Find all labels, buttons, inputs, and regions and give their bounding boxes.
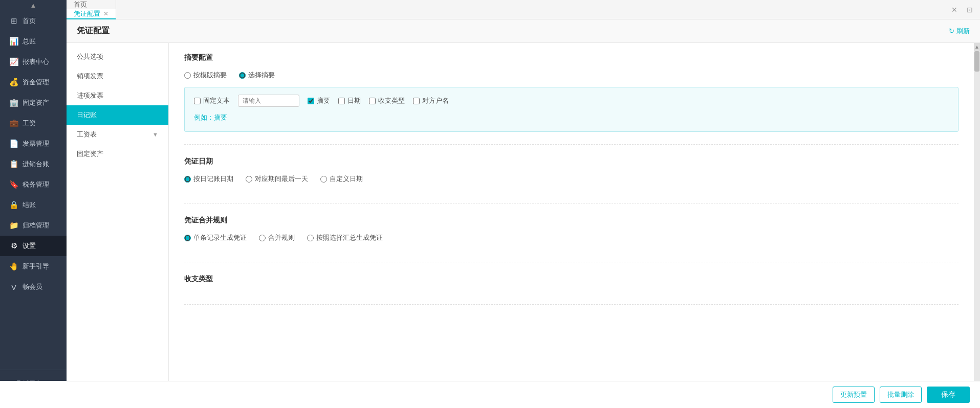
merge-opt-rule[interactable]: 合并规则 [259, 233, 295, 242]
tab-actions: ✕ ⊡ [948, 4, 980, 16]
left-nav-sales-invoice[interactable]: 销项发票 [67, 66, 168, 86]
date-opt-custom[interactable]: 自定义日期 [320, 174, 363, 184]
update-preset-button[interactable]: 更新预置 [833, 387, 875, 403]
sidebar-item-payroll[interactable]: 💼工资 [0, 113, 67, 133]
summary-mode-select[interactable]: 选择摘要 [239, 71, 275, 80]
sidebar-label-assets: 固定资产 [23, 98, 49, 107]
sidebar: ▲ ⊞首页📊总账📈报表中心💰资金管理🏢固定资产💼工资📄发票管理📋进销台账🔖税务管… [0, 0, 67, 408]
refresh-icon: ↻ [949, 27, 954, 35]
date-opt-period-last-label: 对应期间最后一天 [255, 174, 308, 184]
left-nav-journal[interactable]: 日记账 [67, 105, 168, 125]
right-content: 摘要配置 按模版摘要 选择摘要 固定文本 [169, 43, 974, 408]
merge-opt-rule-label: 合并规则 [268, 233, 295, 242]
left-nav-label-fixed-assets: 固定资产 [77, 149, 103, 158]
date-opt-journal[interactable]: 按日记账日期 [184, 174, 233, 184]
tab-label-voucher-config: 凭证配置 [74, 9, 100, 18]
vip-icon: V [9, 283, 18, 291]
sidebar-label-payroll: 工资 [23, 119, 36, 128]
left-nav-arrow-payroll-table: ▼ [153, 131, 158, 138]
page-title: 凭证配置 [77, 26, 110, 36]
section-summary-title: 摘要配置 [184, 53, 959, 62]
bottom-action-bar: 更新预置 批量删除 保存 [67, 381, 980, 408]
cb-fixed-text-label: 固定文本 [203, 96, 230, 105]
left-nav-payroll-table[interactable]: 工资表▼ [67, 125, 168, 144]
sidebar-item-reports[interactable]: 📈报表中心 [0, 52, 67, 72]
page-header: 凭证配置 ↻ 刷新 [67, 19, 980, 43]
sidebar-item-funds[interactable]: 💰资金管理 [0, 72, 67, 93]
invoice-mgmt-icon: 📄 [9, 139, 18, 148]
merge-opt-select[interactable]: 按照选择汇总生成凭证 [307, 233, 383, 242]
purchase-sales-icon: 📋 [9, 160, 18, 169]
left-nav-label-payroll-table: 工资表 [77, 130, 97, 139]
section-merge-title: 凭证合并规则 [184, 216, 959, 225]
merge-opt-select-label: 按照选择汇总生成凭证 [316, 233, 383, 242]
batch-delete-button[interactable]: 批量删除 [880, 387, 922, 403]
left-nav-label-sales-invoice: 销项发票 [77, 72, 103, 81]
sidebar-label-invoice-mgmt: 发票管理 [23, 139, 49, 148]
left-nav-label-journal: 日记账 [77, 110, 97, 120]
scroll-thumb[interactable] [974, 51, 979, 72]
sidebar-item-assets[interactable]: 🏢固定资产 [0, 93, 67, 113]
refresh-button[interactable]: ↻ 刷新 [949, 27, 970, 36]
funds-icon: 💰 [9, 78, 18, 87]
tab-close-voucher-config[interactable]: ✕ [103, 10, 108, 17]
summary-mode-template-label: 按模版摘要 [193, 71, 227, 80]
sidebar-label-close: 结账 [23, 200, 36, 210]
cb-fixed-text[interactable]: 固定文本 [194, 96, 230, 105]
sidebar-item-tax[interactable]: 🔖税务管理 [0, 174, 67, 195]
left-nav-public[interactable]: 公共选项 [67, 47, 168, 66]
sidebar-item-ledger[interactable]: 📊总账 [0, 31, 67, 52]
payroll-icon: 💼 [9, 119, 18, 128]
sidebar-item-vip[interactable]: V畅会员 [0, 277, 67, 297]
save-button[interactable]: 保存 [927, 387, 970, 403]
tab-voucher-config[interactable]: 凭证配置✕ [67, 9, 116, 19]
section-date: 凭证日期 按日记账日期 对应期间最后一天 自定义日期 [184, 157, 959, 203]
sidebar-item-purchase-sales[interactable]: 📋进销台账 [0, 154, 67, 174]
cb-counterpart-label: 对方户名 [422, 96, 449, 105]
summary-mode-select-label: 选择摘要 [248, 71, 275, 80]
content-area: 公共选项销项发票进项发票日记账工资表▼固定资产 摘要配置 按模版摘要 选择摘要 [67, 43, 980, 408]
cb-date[interactable]: 日期 [338, 96, 361, 105]
summary-example-text: 例如：摘要 [194, 114, 227, 121]
summary-config-box: 固定文本 摘要 日期 收支类型 [184, 87, 959, 132]
left-nav-label-public: 公共选项 [77, 52, 103, 61]
section-date-title: 凭证日期 [184, 157, 959, 166]
settings-icon: ⚙ [9, 241, 18, 251]
main-area: 首页凭证配置✕ ✕ ⊡ 凭证配置 ↻ 刷新 公共选项销项发票进项发票日记账工资表… [67, 0, 980, 408]
sidebar-item-close[interactable]: 🔒结账 [0, 195, 67, 215]
summary-mode-group: 按模版摘要 选择摘要 [184, 71, 959, 80]
outer-scrollbar[interactable]: ▲ ▼ [974, 43, 980, 408]
merge-opt-single-label: 单条记录生成凭证 [193, 233, 247, 242]
sidebar-item-guide[interactable]: 🤚新手引导 [0, 256, 67, 277]
date-opt-period-last[interactable]: 对应期间最后一天 [246, 174, 308, 184]
cb-summary[interactable]: 摘要 [308, 96, 330, 105]
tab-home[interactable]: 首页 [67, 0, 116, 9]
expand-window-btn[interactable]: ⊡ [964, 4, 976, 16]
section-income-title: 收支类型 [184, 275, 959, 284]
sidebar-label-guide: 新手引导 [23, 262, 49, 271]
close-window-btn[interactable]: ✕ [948, 4, 961, 16]
sidebar-label-home: 首页 [23, 16, 36, 26]
sidebar-item-invoice-mgmt[interactable]: 📄发票管理 [0, 133, 67, 154]
date-option-group: 按日记账日期 对应期间最后一天 自定义日期 [184, 174, 959, 184]
left-nav-fixed-assets[interactable]: 固定资产 [67, 144, 168, 164]
merge-option-group: 单条记录生成凭证 合并规则 按照选择汇总生成凭证 [184, 233, 959, 242]
cb-counterpart[interactable]: 对方户名 [413, 96, 449, 105]
left-nav-purchase-invoice[interactable]: 进项发票 [67, 86, 168, 105]
sidebar-item-settings[interactable]: ⚙设置 [0, 236, 67, 256]
cb-income-type[interactable]: 收支类型 [369, 96, 405, 105]
sidebar-label-ledger: 总账 [23, 37, 36, 46]
archive-icon: 📁 [9, 221, 18, 230]
fixed-text-input[interactable] [238, 95, 299, 107]
sidebar-item-archive[interactable]: 📁归档管理 [0, 215, 67, 236]
merge-opt-single[interactable]: 单条记录生成凭证 [184, 233, 247, 242]
sidebar-scroll-up[interactable]: ▲ [0, 0, 67, 11]
sidebar-label-tax: 税务管理 [23, 180, 49, 189]
sidebar-label-funds: 资金管理 [23, 78, 49, 87]
summary-mode-template[interactable]: 按模版摘要 [184, 71, 227, 80]
cb-summary-label: 摘要 [317, 96, 330, 105]
scroll-up-arrow[interactable]: ▲ [974, 43, 980, 51]
tab-bar: 首页凭证配置✕ ✕ ⊡ [67, 0, 980, 19]
tax-icon: 🔖 [9, 180, 18, 189]
sidebar-item-home[interactable]: ⊞首页 [0, 11, 67, 31]
